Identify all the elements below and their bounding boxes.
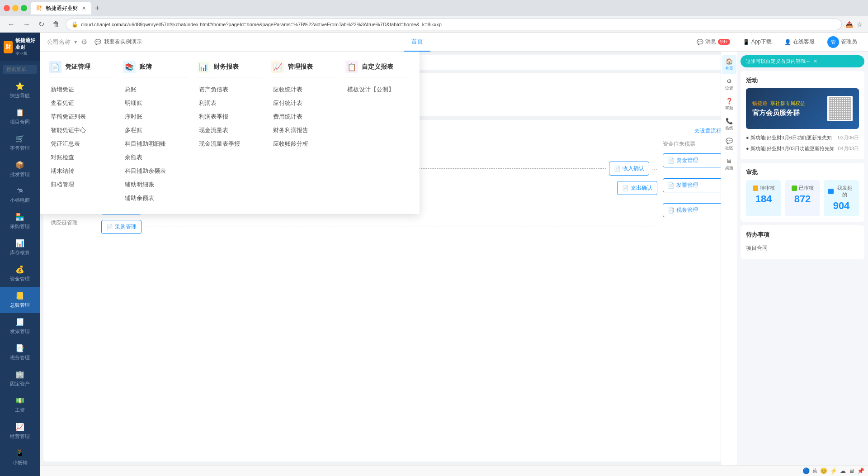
- address-input[interactable]: 🔒 cloud.chanjet.com/cc/u6d89qwnryel/57bf…: [66, 19, 842, 30]
- sidebar-item-salary[interactable]: 💵 工资: [0, 392, 40, 418]
- dropdown-item-ystjb[interactable]: 应收统计表: [271, 83, 336, 96]
- quick-btn-hotline[interactable]: 📞 热线: [722, 115, 736, 134]
- dropdown-item-pzhzb[interactable]: 凭证汇总表: [49, 137, 114, 151]
- sidebar-item-ledger-label: 总账管理: [10, 302, 30, 309]
- dropdown-item-mbsj[interactable]: 模板设计【公测】: [345, 83, 410, 96]
- sidebar-item-purchase-label: 采购管理: [10, 223, 30, 230]
- dropdown-item-fzyeb[interactable]: 辅助余额表: [123, 191, 188, 205]
- status-pin[interactable]: 📌: [857, 467, 864, 474]
- wf-box-invoice-mgmt[interactable]: 📄 发票管理: [663, 178, 726, 192]
- approval-card-approved[interactable]: 已审核 872: [785, 180, 820, 216]
- sidebar-item-assets[interactable]: 🏢 固定资产: [0, 366, 40, 392]
- sidebar-item-ecom[interactable]: 🛍 小畅电商: [0, 182, 40, 208]
- status-screen[interactable]: 🖥: [849, 467, 854, 474]
- wf-box-purchase[interactable]: 📄 采购管理: [101, 220, 142, 234]
- status-icon-1[interactable]: 🔵: [802, 467, 810, 474]
- dropdown-item-mxz[interactable]: 明细账: [123, 96, 188, 110]
- sidebar-item-ledger[interactable]: 📒 总账管理: [0, 287, 40, 313]
- sidebar-item-sales[interactable]: 📱 小畅销: [0, 444, 40, 471]
- dropdown-item-yszlnfx[interactable]: 应收账龄分析: [271, 137, 336, 151]
- wf-box-revenue-confirm[interactable]: 📄 收入确认: [609, 162, 649, 176]
- dropdown-item-zcfzb[interactable]: 资产负债表: [197, 83, 262, 96]
- status-lightning[interactable]: ⚡: [830, 467, 837, 474]
- dropdown-item-kmfzmxz[interactable]: 科目辅助明细账: [123, 137, 188, 151]
- reload-button[interactable]: ↻: [36, 19, 47, 29]
- app-download-btn[interactable]: 📱 App下载: [739, 36, 775, 48]
- dropdown-item-fytjb[interactable]: 费用统计表: [271, 110, 336, 124]
- dropdown-item-xjllb[interactable]: 现金流量表: [197, 124, 262, 137]
- approval-card-mine[interactable]: 我发起的 904: [824, 180, 859, 216]
- sidebar-item-purchase[interactable]: 🏪 采购管理: [0, 208, 40, 234]
- sidebar-item-kuaijie[interactable]: ⭐ 快捷导航: [0, 77, 40, 104]
- window-close-btn[interactable]: [4, 5, 10, 11]
- tip-close-btn[interactable]: ✕: [813, 58, 817, 64]
- quick-btn-help[interactable]: ❓ 帮助: [722, 95, 736, 114]
- sidebar-item-wholesale[interactable]: 📦 批发管理: [0, 156, 40, 182]
- approval-card-pending[interactable]: 待审核 184: [746, 180, 781, 216]
- dropdown-item-dlz[interactable]: 多栏账: [123, 124, 188, 137]
- forward-button[interactable]: →: [21, 19, 33, 29]
- sidebar-item-project-label: 项目合同: [10, 119, 30, 125]
- sidebar-item-tax[interactable]: 📑 税务管理: [0, 339, 40, 366]
- dropdown-item-xzpz[interactable]: 新增凭证: [49, 83, 114, 96]
- sidebar-item-stock[interactable]: 📊 库存核算: [0, 234, 40, 261]
- dropdown-item-kmfzyeb[interactable]: 科目辅助余额表: [123, 164, 188, 178]
- quick-btn-desktop[interactable]: 🖥 桌面: [722, 155, 736, 174]
- back-button[interactable]: ←: [5, 19, 17, 29]
- wf-dashed-line-4: [409, 188, 614, 188]
- window-minimize-btn[interactable]: [12, 5, 19, 11]
- sidebar-item-project[interactable]: 📋 项目合同: [0, 104, 40, 130]
- dropdown-item-ckpz[interactable]: 查看凭证: [49, 96, 114, 110]
- dropdown-item-qmjz[interactable]: 期末结转: [49, 164, 114, 178]
- quick-btn-home[interactable]: 🏠 首页: [722, 55, 736, 74]
- browser-tab[interactable]: 财 畅捷通好业财 ✕: [31, 2, 91, 14]
- dropdown-item-lrb[interactable]: 利润表: [197, 96, 262, 110]
- dropdown-item-cgpzlb[interactable]: 草稿凭证列表: [49, 110, 114, 124]
- sidebar-item-ops[interactable]: 📈 经营管理: [0, 418, 40, 444]
- delete-button[interactable]: 🗑: [50, 19, 62, 29]
- dropdown-item-xjllbqb[interactable]: 现金流量表季报: [197, 137, 262, 151]
- bookmark-button[interactable]: ☆: [857, 21, 863, 28]
- pending-title: 待办事项: [746, 231, 859, 239]
- dropdown-item-znpzzx[interactable]: 智能凭证中心: [49, 124, 114, 137]
- pending-item-1[interactable]: 项目合同: [746, 243, 859, 254]
- dropdown-item-yftjb[interactable]: 应付统计表: [271, 96, 336, 110]
- dropdown-item-lrbqb[interactable]: 利润表季报: [197, 110, 262, 124]
- app-logo-icon: 财: [4, 41, 13, 53]
- wf-box-capital-mgmt[interactable]: 📄 资金管理: [663, 153, 726, 167]
- message-btn[interactable]: 💬 消息 99+: [693, 36, 734, 48]
- dropdown-item-zz[interactable]: 总账: [123, 83, 188, 96]
- browser-tab-close[interactable]: ✕: [82, 5, 86, 11]
- sidebar-item-capital[interactable]: 💰 资金管理: [0, 261, 40, 287]
- status-lang[interactable]: 英: [812, 467, 817, 474]
- quick-btn-community[interactable]: 💬 社区: [722, 135, 736, 154]
- company-dropdown-icon[interactable]: ▾: [74, 38, 77, 45]
- wf-box-expense-confirm[interactable]: 📄 支出确认: [617, 181, 657, 195]
- status-emoji[interactable]: 😊: [820, 467, 827, 474]
- approval-approved-count: 872: [789, 193, 816, 205]
- status-cloud[interactable]: ☁: [840, 467, 846, 474]
- sidebar-item-retail[interactable]: 🛒 零售管理: [0, 130, 40, 156]
- sidebar-search-input[interactable]: [3, 65, 37, 74]
- dropdown-item-fzmxz[interactable]: 辅助明细账: [123, 178, 188, 191]
- window-maximize-btn[interactable]: [21, 5, 27, 11]
- dropdown-item-cwlrbg[interactable]: 财务利润报告: [271, 124, 336, 137]
- creport-col-title: 自定义报表: [362, 63, 393, 71]
- wf-box-tax-mgmt[interactable]: 📑 税务管理: [663, 203, 726, 217]
- new-tab-button[interactable]: +: [95, 4, 100, 13]
- demo-btn[interactable]: 💬 我要看实例演示: [94, 38, 142, 46]
- dropdown-item-xsz[interactable]: 序时账: [123, 110, 188, 124]
- sidebar-item-base[interactable]: ℹ 基础信息: [0, 471, 40, 476]
- wf-dashed-line-5: [144, 227, 657, 227]
- online-service-btn[interactable]: 👤 在线客服: [781, 36, 818, 48]
- dropdown-item-yeb[interactable]: 余额表: [123, 151, 188, 164]
- sidebar-item-invoice[interactable]: 🧾 发票管理: [0, 313, 40, 339]
- settings-icon[interactable]: ⚙: [81, 38, 87, 46]
- activity-news: ● 新功能|好业财3月6日功能更新抢先知 03月06日 ● 新功能|好业财4月0…: [746, 133, 859, 154]
- dropdown-item-gdgl[interactable]: 归档管理: [49, 178, 114, 191]
- dropdown-item-dzjc[interactable]: 对账检查: [49, 151, 114, 164]
- user-menu-btn[interactable]: 管 管理员: [824, 34, 861, 50]
- cast-button[interactable]: 📤: [845, 21, 853, 28]
- quick-btn-settings[interactable]: ⚙ 设置: [722, 75, 736, 94]
- tab-home[interactable]: 首页: [404, 33, 430, 52]
